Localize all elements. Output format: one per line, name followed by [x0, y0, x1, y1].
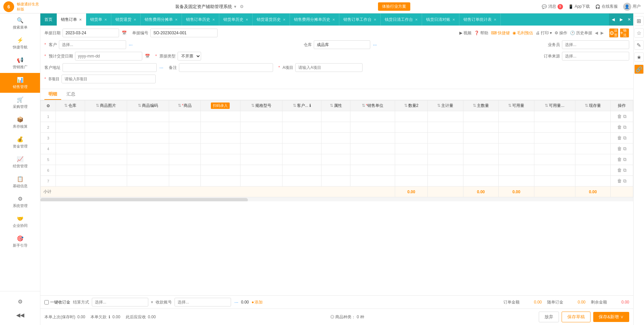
tab-close-icon[interactable]: ✕: [283, 18, 286, 22]
settlement-input[interactable]: [92, 298, 148, 307]
sidebar-item-purchase[interactable]: 🛒 采购管理: [0, 93, 40, 113]
horizontal-scrollbar[interactable]: [40, 197, 633, 201]
sidebar-item-enterprise[interactable]: 🤝 企业协同: [0, 212, 40, 232]
invoice-type-select[interactable]: 不开票: [178, 52, 201, 60]
tab-order-stats[interactable]: 销售订单统计表 ✕: [459, 13, 501, 26]
tab-close-icon[interactable]: ✕: [212, 18, 215, 22]
nav-prev-button[interactable]: ◀: [609, 13, 617, 26]
tab-order-workbench[interactable]: 销售订单工作台 ✕: [339, 13, 381, 26]
delete-row-button[interactable]: 🗑: [617, 124, 622, 130]
sidebar-item-basic-info[interactable]: 📋 基础信息: [0, 172, 40, 192]
user-button[interactable]: 👤 用户: [623, 3, 641, 11]
row-product-code[interactable]: [127, 111, 169, 122]
address-more-button[interactable]: ···: [159, 65, 163, 70]
a-project-input[interactable]: [295, 63, 363, 72]
save-new-button[interactable]: 保存&新增 ∨: [593, 312, 629, 322]
save-draft-button[interactable]: 保存草稿: [562, 312, 591, 322]
tab-sales-order-history[interactable]: 销售订单历史 ✕: [182, 13, 219, 26]
nav-next-button[interactable]: ▶: [617, 13, 625, 26]
tab-summary[interactable]: 汇总: [63, 89, 79, 100]
settlement-dropdown-icon[interactable]: ▾: [151, 300, 153, 304]
copy-row-button[interactable]: ⧉: [623, 146, 627, 152]
delete-row-button[interactable]: 🗑: [617, 114, 622, 119]
sidebar-item-marketing[interactable]: 📢 营销推广: [0, 53, 40, 73]
doc-no-input[interactable]: [150, 29, 218, 37]
b-project-input[interactable]: [62, 75, 156, 83]
row-spec[interactable]: [240, 111, 282, 122]
delivery-date-input[interactable]: [75, 52, 142, 60]
row-current-stock[interactable]: [575, 111, 611, 122]
one-click-field[interactable]: 一键收订金: [44, 299, 70, 305]
row-customer-code[interactable]: [282, 111, 321, 122]
date-input[interactable]: [63, 29, 119, 37]
warehouse-more-button[interactable]: ···: [373, 42, 377, 47]
add-payment-button[interactable]: ● 添加: [252, 299, 263, 305]
copy-row-button[interactable]: ⧉: [623, 157, 627, 162]
history-button[interactable]: 🕐 历史单据: [570, 30, 592, 36]
tab-daily-workbench[interactable]: 钱货日清工作台 ✕: [381, 13, 422, 26]
tab-sales-order[interactable]: 销售订单 ✕: [57, 13, 86, 26]
row-product[interactable]: [169, 111, 200, 122]
abandon-button[interactable]: 放弃: [539, 312, 559, 322]
tab-close-icon[interactable]: ✕: [104, 18, 107, 22]
print-button[interactable]: 🖨 打印 ▾: [536, 30, 552, 36]
account-input[interactable]: [175, 298, 231, 307]
print-dropdown-icon[interactable]: ▾: [550, 31, 552, 35]
row-main-unit[interactable]: [427, 111, 463, 122]
nav-next-form-button[interactable]: ▶: [601, 31, 604, 35]
sidebar-item-quicknav[interactable]: ⚡ 快捷导航: [0, 33, 40, 53]
row-available2[interactable]: [534, 111, 575, 122]
delete-row-button[interactable]: 🗑: [617, 135, 622, 141]
solution-button[interactable]: 体验行业方案: [378, 2, 410, 11]
delete-row-button[interactable]: 🗑: [617, 157, 622, 162]
info-circle-icon[interactable]: ℹ: [109, 315, 110, 319]
customer-more-button[interactable]: ···: [129, 42, 133, 47]
view-button[interactable]: ▶ 视频: [459, 30, 471, 36]
warehouse-input[interactable]: [314, 40, 370, 49]
shortcut-button[interactable]: ⌨ 快捷键: [491, 30, 510, 36]
tab-return-history[interactable]: 销货退货历史 ✕: [253, 13, 290, 26]
tab-close-icon[interactable]: ✕: [134, 18, 136, 22]
nav-prev-form-button[interactable]: ◀: [595, 31, 598, 35]
row-warehouse[interactable]: [56, 111, 85, 122]
online-service-button[interactable]: 🎧 在线客服: [595, 4, 618, 9]
tab-close-icon[interactable]: ✕: [175, 18, 178, 22]
copy-row-button[interactable]: ⧉: [623, 178, 627, 184]
copy-row-button[interactable]: ⧉: [623, 114, 627, 119]
sidebar-item-inventory[interactable]: 📦 库存核算: [0, 113, 40, 132]
profit-button[interactable]: ◉ 毛利预估: [513, 30, 533, 36]
tab-sales-return[interactable]: 销货退货 ✕: [111, 13, 141, 26]
sidebar-item-finance[interactable]: 💰 资金管理: [0, 132, 40, 152]
settings-icon[interactable]: ⚙: [240, 4, 244, 9]
delete-row-button[interactable]: 🗑: [617, 167, 622, 173]
customer-input[interactable]: [59, 40, 126, 49]
right-icon-link[interactable]: 🔗: [634, 65, 644, 74]
message-button[interactable]: 💬 消息 9: [542, 4, 563, 9]
delivery-calendar-icon[interactable]: 📅: [145, 54, 150, 58]
tab-expense-history[interactable]: 销售费用分摊单历史 ✕: [290, 13, 339, 26]
account-more-button[interactable]: ···: [234, 299, 238, 305]
right-icon-edit[interactable]: ✎: [634, 40, 644, 50]
sidebar-settings-button[interactable]: ⚙: [0, 295, 40, 308]
sidebar-collapse-button[interactable]: ◀◀: [0, 308, 40, 322]
tab-close-icon[interactable]: ✕: [494, 18, 496, 22]
row-sales-unit[interactable]: [350, 111, 395, 122]
tab-sales-expense[interactable]: 销售费用分摊单 ✕: [141, 13, 182, 26]
tab-close-icon[interactable]: ✕: [245, 18, 248, 22]
tab-close-icon[interactable]: ✕: [79, 18, 82, 22]
calendar-icon[interactable]: 📅: [122, 31, 127, 35]
tab-daily-reconcile[interactable]: 钱货日清对账 ✕: [422, 13, 459, 26]
add-goods-button[interactable]: + 物流: [620, 28, 629, 38]
order-source-input[interactable]: [562, 52, 629, 60]
sidebar-item-sales[interactable]: 📊 销售管理: [0, 73, 40, 93]
app-download-button[interactable]: 📱 App下载: [568, 4, 590, 9]
copy-row-button[interactable]: ⧉: [623, 135, 627, 141]
tab-invoice-history[interactable]: 销货单历史 ✕: [219, 13, 253, 26]
right-icon-grid[interactable]: ⊞: [634, 16, 644, 26]
settings-right-button[interactable]: ⚙ 设置: [609, 28, 618, 38]
remarks-input[interactable]: [179, 63, 273, 72]
row-product-image[interactable]: [85, 111, 127, 122]
scan-input-button[interactable]: 扫码录入: [211, 103, 230, 109]
delete-row-button[interactable]: 🗑: [617, 178, 622, 184]
scroll-thumb[interactable]: [40, 198, 248, 201]
